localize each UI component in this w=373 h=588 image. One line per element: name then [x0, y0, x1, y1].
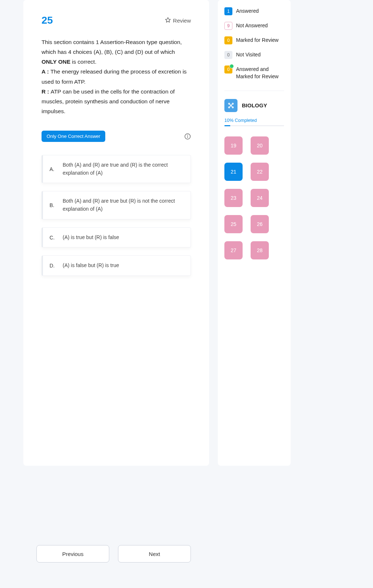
progress-label: 10% Completed: [224, 118, 284, 123]
svg-point-5: [232, 103, 233, 104]
svg-point-4: [228, 103, 229, 104]
svg-line-12: [231, 106, 232, 107]
palette-question-21[interactable]: 21: [224, 163, 243, 181]
option-text: Both (A) and (R) are true but (R) is not…: [63, 197, 184, 213]
next-button[interactable]: Next: [118, 545, 191, 563]
legend-box-not-visited: 0: [224, 51, 232, 59]
palette-question-19[interactable]: 19: [224, 136, 243, 155]
option-text: (A) is true but (R) is false: [63, 234, 119, 242]
legend-answered-marked: 0 Answered and Marked for Review: [224, 65, 284, 80]
review-button[interactable]: Review: [165, 17, 191, 24]
legend-label-marked: Marked for Review: [236, 36, 279, 44]
answer-type-tag: Only One Correct Answer: [42, 131, 105, 142]
legend-label-not-visited: Not Visited: [236, 51, 260, 58]
option-c[interactable]: C.(A) is true but (R) is false: [42, 227, 191, 248]
option-label: C.: [50, 235, 56, 241]
question-intro-bold: ONLY ONE: [42, 59, 70, 65]
side-panel: 1 Answered 9 Not Answered 0 Marked for R…: [218, 0, 291, 466]
option-text: (A) is false but (R) is true: [63, 262, 119, 270]
biology-icon: [224, 99, 237, 112]
legend-answered: 1 Answered: [224, 7, 284, 15]
svg-line-9: [229, 104, 231, 105]
svg-marker-0: [165, 17, 170, 22]
svg-point-7: [232, 107, 233, 108]
option-text: Both (A) and (R) are true and (R) is the…: [63, 161, 184, 177]
legend-label-answered-marked: Answered and Marked for Review: [236, 65, 284, 80]
legend-label-not-answered: Not Answered: [236, 22, 268, 29]
question-panel: 25 Review This section contains 1 Assert…: [23, 0, 209, 466]
option-d[interactable]: D.(A) is false but (R) is true: [42, 255, 191, 276]
options-list: A.Both (A) and (R) are true and (R) is t…: [42, 155, 191, 276]
palette-question-27[interactable]: 27: [224, 241, 243, 259]
assertion-label: A :: [42, 68, 50, 75]
reason-label: R :: [42, 88, 51, 95]
legend: 1 Answered 9 Not Answered 0 Marked for R…: [224, 7, 284, 80]
palette-question-20[interactable]: 20: [251, 136, 269, 155]
star-icon: [165, 17, 171, 24]
legend-box-answered: 1: [224, 7, 232, 15]
palette-question-22[interactable]: 22: [251, 163, 269, 181]
answer-type-row: Only One Correct Answer: [42, 131, 191, 142]
question-palette: 19202122232425262728: [224, 136, 284, 259]
divider: [224, 91, 284, 91]
legend-not-answered: 9 Not Answered: [224, 22, 284, 30]
info-icon[interactable]: [184, 133, 191, 140]
svg-line-10: [231, 104, 232, 105]
subject-row: BIOLOGY: [224, 99, 284, 112]
question-text: This section contains 1 Assertion-Reason…: [42, 37, 191, 116]
progress-bar: [224, 125, 284, 126]
option-a[interactable]: A.Both (A) and (R) are true and (R) is t…: [42, 155, 191, 183]
question-header: 25 Review: [42, 15, 191, 26]
question-intro-tail: is correct.: [70, 59, 96, 65]
legend-marked: 0 Marked for Review: [224, 36, 284, 44]
svg-point-3: [188, 135, 188, 135]
palette-question-26[interactable]: 26: [251, 215, 269, 233]
legend-box-not-answered: 9: [224, 22, 232, 30]
option-label: B.: [50, 202, 56, 208]
option-label: A.: [50, 166, 56, 172]
svg-point-8: [230, 105, 231, 106]
question-number: 25: [42, 15, 53, 26]
legend-label-answered: Answered: [236, 7, 259, 15]
assertion-text: The energy released during the process o…: [42, 68, 186, 84]
previous-button[interactable]: Previous: [36, 545, 109, 563]
reason-text: ATP can be used in the cells for the con…: [42, 88, 175, 114]
option-b[interactable]: B.Both (A) and (R) are true but (R) is n…: [42, 191, 191, 219]
palette-question-24[interactable]: 24: [251, 189, 269, 207]
option-label: D.: [50, 263, 56, 269]
palette-question-23[interactable]: 23: [224, 189, 243, 207]
palette-question-25[interactable]: 25: [224, 215, 243, 233]
question-intro: This section contains 1 Assertion-Reason…: [42, 39, 182, 55]
review-label: Review: [173, 17, 191, 24]
svg-point-6: [228, 107, 229, 108]
palette-question-28[interactable]: 28: [251, 241, 269, 259]
subject-name: BIOLOGY: [242, 102, 267, 108]
legend-not-visited: 0 Not Visited: [224, 51, 284, 59]
legend-box-answered-marked: 0: [224, 65, 232, 74]
nav-bar: Previous Next: [36, 545, 191, 563]
legend-box-marked: 0: [224, 36, 232, 44]
progress-fill: [224, 125, 230, 126]
svg-line-11: [229, 106, 231, 107]
